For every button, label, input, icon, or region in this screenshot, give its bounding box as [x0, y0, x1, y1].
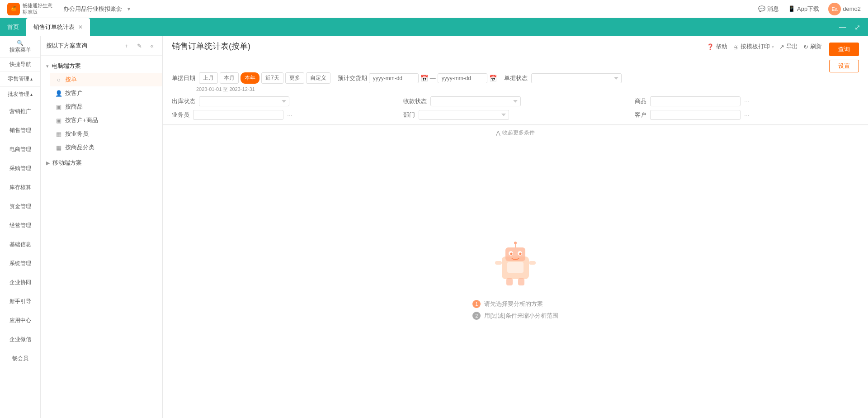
empty-robot-svg [488, 238, 542, 293]
sidebar-item-ecom[interactable]: 电商管理 [0, 140, 40, 159]
svg-point-5 [519, 253, 521, 255]
sidebar-item-operation[interactable]: 经营管理 [0, 216, 40, 235]
sidebar-quick-nav[interactable]: 快捷导航 [0, 58, 40, 71]
date-btn-this-month[interactable]: 本月 [220, 72, 239, 84]
tab-close-icon[interactable]: ✕ [78, 24, 83, 30]
svg-rect-9 [529, 261, 536, 265]
salesperson-input[interactable] [193, 110, 283, 120]
top-bar-left: 🍊 畅捷通好生意 标准版 办公用品行业模拟账套 ▾ [7, 3, 130, 15]
sidebar-item-member[interactable]: 畅会员 [0, 349, 40, 368]
tab-sales-stat[interactable]: 销售订单统计表 ✕ [26, 18, 90, 36]
svg-rect-10 [506, 278, 513, 285]
payment-status-select[interactable] [430, 96, 521, 106]
tree-children-desktop: ○ 按单 👤 按客户 ▣ 按商品 ▣ 按客户+ [41, 73, 162, 154]
sidebar-item-appstore[interactable]: 应用中心 [0, 311, 40, 330]
tree-container: ▾ 电脑端方案 ○ 按单 👤 按客户 ▣ [41, 56, 162, 418]
product-input[interactable] [650, 96, 741, 106]
sidebar-item-wholesale[interactable]: 批发管理 ▴ [0, 87, 40, 102]
tree-parent-mobile[interactable]: ▶ 移动端方案 [46, 156, 162, 170]
help-btn[interactable]: ❓ 帮助 [707, 43, 727, 51]
sidebar-search[interactable]: 🔍 搜索菜单 [0, 36, 40, 58]
export-icon: ↗ [779, 43, 784, 50]
product-filter: 商品 ··· [635, 96, 859, 106]
app-download-btn[interactable]: 📱 App下载 [788, 5, 819, 13]
sidebar-item-retail[interactable]: 零售管理 ▴ [0, 71, 40, 87]
left-panel-title: 按以下方案查询 [46, 42, 87, 50]
settings-btn[interactable]: 设置 [829, 60, 859, 72]
sidebar-item-purchase[interactable]: 采购管理 [0, 159, 40, 178]
date-btn-more[interactable]: 更多 [285, 72, 304, 84]
query-btn[interactable]: 查询 [829, 43, 859, 56]
customer-input[interactable] [650, 110, 741, 120]
order-status-filter: 单据状态 [504, 73, 859, 83]
left-panel-header: 按以下方案查询 + ✎ « [41, 36, 162, 56]
top-bar-right: 💬 消息 📱 App下载 Ea demo2 [758, 3, 861, 15]
left-panel: 按以下方案查询 + ✎ « ▾ 电脑端方案 ○ 按单 [41, 36, 163, 418]
print-btn[interactable]: 🖨 按模板打印 ▾ [733, 43, 774, 51]
empty-tips: 1 请先选择要分析的方案 2 用[过滤]条件来缩小分析范围 [472, 300, 558, 320]
delivery-status-select[interactable] [199, 96, 289, 106]
sidebar-item-inventory[interactable]: 库存核算 [0, 178, 40, 197]
collapse-panel-btn[interactable]: « [147, 41, 157, 51]
sidebar-item-wechat[interactable]: 企业微信 [0, 330, 40, 349]
customer-dots-icon[interactable]: ··· [744, 111, 750, 119]
message-icon: 💬 [758, 5, 765, 12]
sidebar-item-sales[interactable]: 销售管理 [0, 121, 40, 140]
expected-date-from[interactable] [369, 73, 419, 83]
date-btn-this-year[interactable]: 本年 [241, 72, 259, 84]
tree-child-by-customer[interactable]: 👤 按客户 [50, 86, 162, 100]
sidebar-item-finance[interactable]: 资金管理 [0, 197, 40, 216]
department-select[interactable] [419, 110, 509, 120]
tree-child-by-product[interactable]: ▣ 按商品 [50, 100, 162, 114]
page-title: 销售订单统计表(按单) [172, 41, 250, 56]
add-scheme-btn[interactable]: + [122, 41, 132, 51]
department-filter: 部门 [403, 110, 627, 120]
tab-bar-actions: — ⤢ [837, 22, 868, 33]
order-status-select[interactable] [531, 73, 622, 83]
logo-icon: 🍊 [7, 3, 20, 15]
download-icon: 📱 [788, 5, 795, 12]
tree-section-desktop: ▾ 电脑端方案 ○ 按单 👤 按客户 ▣ [41, 59, 162, 154]
sidebar-item-marketing[interactable]: 营销推广 [0, 102, 40, 121]
date-btn-last-month[interactable]: 上月 [199, 72, 218, 84]
tree-child-by-cust-prod[interactable]: ▣ 按客户+商品 [50, 114, 162, 127]
sidebar-item-newbie[interactable]: 新手引导 [0, 292, 40, 311]
date-btn-7days[interactable]: 近7天 [261, 72, 283, 84]
sidebar-item-system[interactable]: 系统管理 [0, 254, 40, 273]
sidebar-item-enterprise[interactable]: 企业协同 [0, 273, 40, 292]
top-title: 办公用品行业模拟账套 [63, 5, 122, 13]
tree-arrow-mobile: ▶ [46, 160, 50, 166]
sidebar-item-basic[interactable]: 基础信息 [0, 235, 40, 254]
empty-tip-1: 1 请先选择要分析的方案 [472, 300, 558, 308]
top-title-arrow[interactable]: ▾ [127, 6, 130, 12]
tab-home[interactable]: 首页 [0, 18, 26, 36]
collapse-chevron-icon: ⋀ [496, 130, 500, 136]
calendar-icon-1[interactable]: 📅 [420, 75, 428, 82]
tree-child-by-category[interactable]: ▦ 按商品分类 [50, 141, 162, 154]
calendar-icon-2[interactable]: 📅 [489, 75, 497, 82]
by-cust-prod-icon: ▣ [55, 117, 62, 124]
collapse-bar[interactable]: ⋀ 收起更多条件 [163, 125, 868, 140]
help-icon: ❓ [707, 43, 714, 50]
logo-text: 畅捷通好生意 标准版 [23, 3, 52, 14]
tab-maximize-btn[interactable]: ⤢ [852, 22, 863, 33]
salesperson-dots-icon[interactable]: ··· [287, 111, 292, 119]
by-order-icon: ○ [55, 76, 62, 83]
tree-child-by-order[interactable]: ○ 按单 [50, 73, 162, 86]
edit-scheme-btn[interactable]: ✎ [134, 41, 144, 51]
sidebar: 🔍 搜索菜单 快捷导航 零售管理 ▴ 批发管理 ▴ 营销推广 销售管理 电商管理 [0, 36, 41, 418]
expected-date-to[interactable] [438, 73, 487, 83]
print-arrow-icon: ▾ [772, 44, 774, 49]
message-btn[interactable]: 💬 消息 [758, 5, 779, 13]
top-bar: 🍊 畅捷通好生意 标准版 办公用品行业模拟账套 ▾ 💬 消息 📱 App下载 E… [0, 0, 868, 18]
export-btn[interactable]: ↗ 导出 [779, 43, 798, 51]
header-actions: ❓ 帮助 🖨 按模板打印 ▾ ↗ 导出 [707, 41, 859, 72]
tab-minimize-btn[interactable]: — [837, 22, 848, 33]
tree-parent-desktop[interactable]: ▾ 电脑端方案 [41, 59, 162, 73]
retail-chevron: ▴ [30, 76, 33, 81]
date-btn-custom[interactable]: 自定义 [306, 72, 330, 84]
product-dots-icon[interactable]: ··· [744, 98, 750, 105]
user-area[interactable]: Ea demo2 [828, 3, 861, 15]
refresh-btn[interactable]: ↻ 刷新 [803, 43, 822, 51]
tree-child-by-salesperson[interactable]: ▦ 按业务员 [50, 127, 162, 141]
